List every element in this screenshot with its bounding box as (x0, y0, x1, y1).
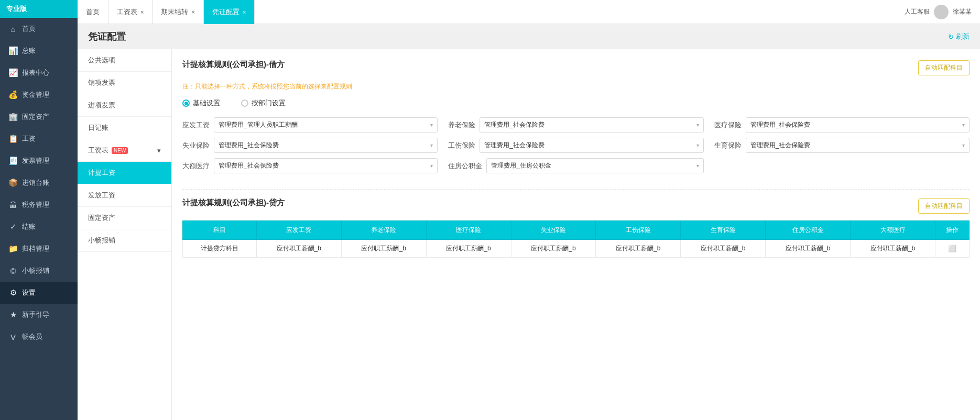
tab-period-end-close[interactable]: × (191, 9, 194, 15)
sidebar-item-purchase-sales[interactable]: 📦 进销台账 (0, 172, 78, 194)
tab-voucher-config-close[interactable]: × (243, 9, 246, 15)
section-credit: 计提核算规则(公司承担)-贷方 自动匹配科目 科目 应发工资 养老保险 医疗保险… (182, 198, 970, 258)
purchase-sales-icon: 📦 (8, 178, 18, 187)
left-menu-purchase-invoice[interactable]: 进项发票 (78, 94, 171, 117)
tab-home-label: 首页 (86, 7, 100, 17)
left-menu: 公共选项 销项发票 进项发票 日记账 工资表 NEW ▾ 计提工资 (78, 49, 172, 420)
sidebar-item-salary[interactable]: 📋 工资 (0, 128, 78, 150)
table-header-row: 科目 应发工资 养老保险 医疗保险 失业保险 工伤保险 生育保险 住房公积金 大… (183, 221, 970, 240)
td-subject: 计提贷方科目 (183, 240, 257, 258)
table-row: 计提贷方科目 应付职工薪酬_b 应付职工薪酬_b 应付职工薪酬_b 应付职工薪酬… (183, 240, 970, 258)
th-medical: 医疗保险 (426, 221, 511, 240)
select-medical[interactable]: 管理费用_社会保险费 ▾ (746, 117, 970, 132)
sidebar-item-home[interactable]: ⌂ 首页 (0, 18, 78, 40)
select-unemployment[interactable]: 管理费用_社会保险费 ▾ (214, 138, 438, 153)
auto-match-btn-2[interactable]: 自动匹配科目 (918, 198, 970, 214)
form-item-pension: 养老保险 管理费用_社会保险费 ▾ (448, 117, 703, 132)
page-title: 凭证配置 (88, 30, 126, 43)
select-pension[interactable]: 管理费用_社会保险费 ▾ (480, 117, 703, 132)
section-debit: 计提核算规则(公司承担)-借方 自动匹配科目 注：只能选择一种方式，系统将按照您… (182, 60, 970, 173)
tab-period-end-label: 期末结转 (161, 7, 188, 17)
tab-salary-table-close[interactable]: × (140, 9, 144, 15)
select-maternity[interactable]: 管理费用_社会保险费 ▾ (746, 138, 970, 153)
form-row-1: 应发工资 管理费用_管理人员职工薪酬 ▾ 养老保险 管理费用_社会保险费 ▾ (182, 117, 970, 132)
sidebar-item-new-guide[interactable]: ★ 新手引导 (0, 304, 78, 326)
form-item-salary: 应发工资 管理费用_管理人员职工薪酬 ▾ (182, 117, 438, 132)
new-guide-icon: ★ (8, 310, 18, 319)
sidebar-label-general-ledger: 总账 (22, 46, 36, 56)
th-subject: 科目 (183, 221, 257, 240)
label-pension: 养老保险 (448, 120, 475, 130)
label-medical: 医疗保险 (714, 120, 742, 130)
left-menu-pay-salary[interactable]: 发放工资 (78, 184, 171, 207)
tab-voucher-config[interactable]: 凭证配置 × (204, 0, 255, 24)
form-item-housing-fund: 住房公积金 管理费用_住房公积金 ▾ (448, 158, 703, 173)
section1-note: 注：只能选择一种方式，系统将按照您当前的选择来配置规则 (182, 82, 970, 91)
left-menu-sales-invoice[interactable]: 销项发票 (78, 72, 171, 94)
select-salary[interactable]: 管理费用_管理人员职工薪酬 ▾ (214, 117, 438, 132)
td-maternity-val: 应付职工薪酬_b (681, 240, 766, 258)
edit-icon[interactable]: ⬜ (948, 245, 956, 252)
sidebar-label-xiaochang-report: 小畅报销 (22, 266, 49, 275)
sidebar-item-settlement[interactable]: ✓ 结账 (0, 216, 78, 238)
sidebar-item-settings[interactable]: ⚙ 设置 (0, 282, 78, 304)
tab-salary-table[interactable]: 工资表 × (108, 0, 153, 24)
th-action: 操作 (935, 221, 970, 240)
radio-dept-label: 按部门设置 (252, 98, 286, 108)
divider-1 (182, 189, 970, 190)
general-ledger-icon: 📊 (8, 46, 18, 56)
section2-header: 计提核算规则(公司承担)-贷方 自动匹配科目 (182, 198, 970, 214)
select-major-medical[interactable]: 管理费用_社会保险费 ▾ (214, 158, 438, 173)
select-injury[interactable]: 管理费用_社会保险费 ▾ (480, 138, 703, 153)
left-menu-public-options[interactable]: 公共选项 (78, 49, 171, 72)
member-icon: V (8, 333, 18, 341)
left-menu-xiaochang-expense[interactable]: 小畅报销 (78, 229, 171, 252)
sidebar-item-general-ledger[interactable]: 📊 总账 (0, 40, 78, 62)
th-injury: 工伤保险 (596, 221, 681, 240)
form-item-medical: 医疗保险 管理费用_社会保险费 ▾ (714, 117, 970, 132)
sidebar-item-archive[interactable]: 📁 归档管理 (0, 238, 78, 260)
select-housing-fund[interactable]: 管理费用_住房公积金 ▾ (486, 158, 703, 173)
td-pension-val: 应付职工薪酬_b (341, 240, 426, 258)
page-header: 凭证配置 ↻ 刷新 (78, 24, 980, 49)
sidebar-item-tax[interactable]: 🏛 税务管理 (0, 194, 78, 216)
form-item-injury: 工伤保险 管理费用_社会保险费 ▾ (448, 138, 703, 153)
td-unemployment-val: 应付职工薪酬_b (511, 240, 596, 258)
salary-icon: 📋 (8, 134, 18, 143)
settlement-icon: ✓ (8, 222, 18, 231)
left-menu-salary-table[interactable]: 工资表 NEW ▾ (78, 139, 171, 162)
right-content: 计提核算规则(公司承担)-借方 自动匹配科目 注：只能选择一种方式，系统将按照您… (172, 49, 980, 420)
main-area: 首页 工资表 × 期末结转 × 凭证配置 × 人工客服 徐某某 凭证配置 ↻ 刷… (78, 0, 980, 420)
left-menu-journal[interactable]: 日记账 (78, 117, 171, 139)
fixed-assets-icon: 🏢 (8, 112, 18, 121)
form-item-unemployment: 失业保险 管理费用_社会保险费 ▾ (182, 138, 438, 153)
td-action[interactable]: ⬜ (935, 240, 970, 258)
left-menu-fixed-assets[interactable]: 固定资产 (78, 207, 171, 229)
radio-basic-settings[interactable]: 基础设置 (182, 98, 220, 108)
sidebar-item-fixed-assets[interactable]: 🏢 固定资产 (0, 106, 78, 128)
radio-dept-settings[interactable]: 按部门设置 (241, 98, 286, 108)
sidebar-item-member[interactable]: V 畅会员 (0, 326, 78, 348)
sidebar-label-new-guide: 新手引导 (22, 310, 49, 319)
archive-icon: 📁 (8, 244, 18, 253)
xiaochang-report-icon: © (8, 267, 18, 275)
select-arrow-maternity: ▾ (962, 142, 965, 148)
tab-period-end[interactable]: 期末结转 × (153, 0, 203, 24)
sidebar-label-home: 首页 (22, 24, 36, 34)
sidebar-item-fund-management[interactable]: 💰 资金管理 (0, 84, 78, 106)
credit-table: 科目 应发工资 养老保险 医疗保险 失业保险 工伤保险 生育保险 住房公积金 大… (182, 220, 970, 258)
refresh-button[interactable]: ↻ 刷新 (948, 32, 970, 41)
td-major-medical-val: 应付职工薪酬_b (851, 240, 935, 258)
radio-group: 基础设置 按部门设置 (182, 98, 970, 108)
settings-icon: ⚙ (8, 288, 18, 297)
sidebar-item-xiaochang-report[interactable]: © 小畅报销 (0, 260, 78, 282)
invoice-icon: 🧾 (8, 156, 18, 165)
sidebar-item-invoice[interactable]: 🧾 发票管理 (0, 150, 78, 172)
left-menu-calc-salary[interactable]: 计提工资 (78, 162, 171, 184)
radio-dept-circle (241, 100, 248, 107)
user-service[interactable]: 人工客服 (905, 7, 930, 16)
tab-home[interactable]: 首页 (78, 0, 108, 24)
auto-match-btn-1[interactable]: 自动匹配科目 (918, 60, 970, 75)
th-major-medical: 大额医疗 (851, 221, 935, 240)
sidebar-item-report-center[interactable]: 📈 报表中心 (0, 62, 78, 84)
